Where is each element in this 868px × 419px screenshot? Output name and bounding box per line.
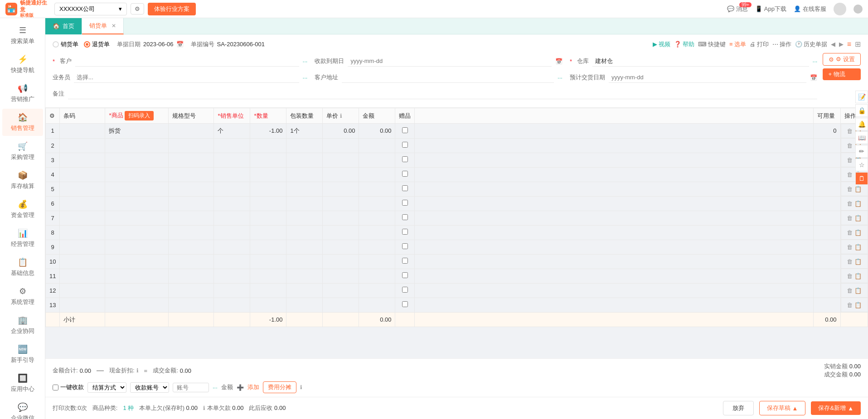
row-spec[interactable] — [169, 211, 214, 225]
avatar-extra[interactable] — [853, 5, 863, 14]
tab-home[interactable]: 🏠 首页 — [45, 18, 82, 34]
row-qty[interactable] — [250, 254, 286, 269]
row-ops[interactable]: 🗑 📋 — [841, 196, 868, 211]
shortcut-btn[interactable]: ⌨ 快捷键 — [698, 40, 726, 48]
info-icon2[interactable]: ℹ — [203, 405, 205, 411]
delete-icon[interactable]: 🗑 — [847, 258, 853, 265]
row-note[interactable] — [415, 283, 813, 298]
sidebar-item-search[interactable]: ☰ 搜索菜单 — [2, 22, 43, 49]
row-spec[interactable] — [169, 269, 214, 283]
payment-method-select[interactable]: 结算方式 — [87, 382, 126, 393]
sidebar-item-finance[interactable]: 💰 资金管理 — [2, 196, 43, 223]
row-product[interactable] — [105, 211, 169, 225]
discount-info-icon[interactable]: ℹ — [136, 367, 139, 374]
print-btn[interactable]: 🖨 打印 — [750, 40, 769, 48]
row-ops[interactable]: 🗑 📋 — [841, 298, 868, 312]
wuliu-btn[interactable]: + 物流 — [823, 68, 861, 80]
copy-icon[interactable]: 📋 — [854, 244, 862, 250]
delete-icon[interactable]: 🗑 — [847, 229, 853, 236]
copy-icon[interactable]: 📋 — [854, 302, 862, 308]
row-price[interactable] — [323, 182, 359, 196]
row-product[interactable] — [105, 138, 169, 153]
row-gift[interactable] — [395, 138, 415, 153]
salesperson-more-btn[interactable]: ··· — [303, 74, 308, 81]
row-amount[interactable] — [359, 254, 395, 269]
row-amount[interactable] — [359, 225, 395, 240]
row-ops[interactable]: 🗑 📋 — [841, 254, 868, 269]
row-spec[interactable] — [169, 138, 214, 153]
tab-sales-order[interactable]: 销货单 ✕ — [82, 18, 124, 34]
expense-info-icon[interactable]: ℹ — [300, 384, 302, 390]
row-product[interactable] — [105, 240, 169, 254]
float-btn-6[interactable]: ☆ — [855, 159, 868, 171]
row-note[interactable] — [415, 124, 813, 139]
radio-return[interactable]: 退货单 — [84, 40, 110, 48]
float-btn-7[interactable]: 🗒 — [855, 172, 868, 185]
product-type-val[interactable]: 1 种 — [123, 404, 134, 412]
row-gift[interactable] — [395, 182, 415, 196]
one-click-pay-checkbox[interactable]: 一键收款 — [53, 383, 84, 391]
float-btn-2[interactable]: 🔒 — [855, 104, 868, 117]
row-gift[interactable] — [395, 254, 415, 269]
sidebar-item-enterprise[interactable]: 🏢 企业协同 — [2, 312, 43, 339]
save-new-btn[interactable]: 保存&新增 ▲ — [811, 401, 861, 415]
row-note[interactable] — [415, 167, 813, 182]
row-barcode[interactable] — [60, 167, 105, 182]
row-note[interactable] — [415, 254, 813, 269]
scan-button[interactable]: 扫码录入 — [125, 111, 154, 120]
row-qty[interactable] — [250, 182, 286, 196]
delete-icon[interactable]: 🗑 — [847, 244, 853, 250]
row-product[interactable] — [105, 167, 169, 182]
row-ops[interactable]: 🗑 📋 — [841, 211, 868, 225]
row-barcode[interactable] — [60, 254, 105, 269]
row-spec[interactable] — [169, 240, 214, 254]
salesperson-input[interactable] — [74, 72, 299, 83]
row-note[interactable] — [415, 182, 813, 196]
select-btn[interactable]: ≡ 选单 — [729, 40, 746, 48]
row-amount[interactable] — [359, 269, 395, 283]
copy-icon[interactable]: 📋 — [854, 200, 862, 207]
delete-icon[interactable]: 🗑 — [847, 287, 853, 294]
video-btn[interactable]: ▶ 视频 — [653, 40, 670, 48]
delete-icon[interactable]: 🗑 — [847, 215, 853, 222]
delete-icon[interactable]: 🗑 — [847, 128, 853, 135]
form-settings-btn[interactable]: ⚙ ⚙ 设置 — [823, 53, 861, 66]
sidebar-item-weixin[interactable]: 💬 企业微信 — [2, 399, 43, 419]
addr-more-btn[interactable]: ··· — [558, 74, 563, 81]
row-qty[interactable] — [250, 167, 286, 182]
float-btn-5[interactable]: ✏ — [855, 145, 868, 158]
row-pkgqty[interactable] — [286, 138, 323, 153]
row-barcode[interactable] — [60, 153, 105, 167]
delete-icon[interactable]: 🗑 — [847, 273, 853, 279]
row-price[interactable] — [323, 138, 359, 153]
row-ops[interactable]: 🗑 📋 — [841, 240, 868, 254]
account-select[interactable]: 收款账号 — [130, 382, 169, 393]
row-qty[interactable] — [250, 153, 286, 167]
message-button[interactable]: 💬 消息 99+ — [727, 5, 748, 13]
row-pkgqty[interactable] — [286, 283, 323, 298]
grid-view-icon[interactable]: ⊞ — [855, 40, 861, 48]
row-price[interactable] — [323, 298, 359, 313]
sidebar-item-basic[interactable]: 📋 基础信息 — [2, 254, 43, 281]
row-amount[interactable] — [359, 138, 395, 153]
delete-icon[interactable]: 🗑 — [847, 302, 853, 308]
delete-icon[interactable]: 🗑 — [847, 200, 853, 207]
row-amount[interactable]: 0.00 — [359, 124, 395, 139]
row-qty[interactable] — [250, 283, 286, 298]
prev-icon[interactable]: ◀ — [831, 41, 835, 48]
row-qty[interactable] — [250, 225, 286, 240]
sidebar-item-purchase[interactable]: 🛒 采购管理 — [2, 138, 43, 165]
account-input[interactable] — [173, 383, 209, 392]
row-note[interactable] — [415, 269, 813, 283]
row-amount[interactable] — [359, 153, 395, 167]
row-gift[interactable] — [395, 196, 415, 211]
one-click-pay-check[interactable] — [53, 385, 58, 390]
row-gift[interactable] — [395, 298, 415, 313]
add-label[interactable]: 添加 — [247, 383, 259, 391]
row-product[interactable] — [105, 283, 169, 298]
row-price[interactable] — [323, 196, 359, 211]
service-button[interactable]: 👤 在线客服 — [794, 5, 826, 13]
list-view-icon[interactable]: ≡ — [847, 40, 851, 48]
row-barcode[interactable] — [60, 269, 105, 283]
row-price[interactable] — [323, 211, 359, 225]
